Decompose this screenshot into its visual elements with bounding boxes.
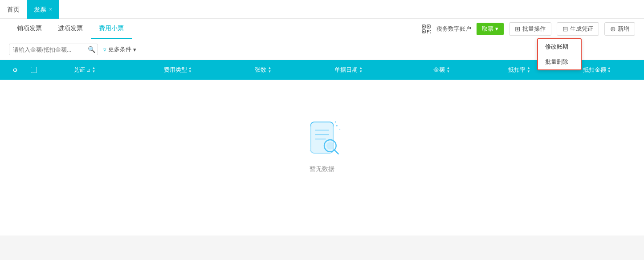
svg-rect-11 [427, 32, 428, 33]
generate-label: 生成凭证 [570, 25, 593, 33]
close-icon[interactable]: × [49, 0, 52, 19]
th-count[interactable]: 张数 ▲ ▼ [228, 66, 298, 74]
add-icon: ⊕ [610, 25, 616, 33]
qupiao-arrow-icon: ▾ [495, 25, 498, 32]
batch-icon: ⊞ [515, 25, 521, 33]
tab-expense-receipt[interactable]: 费用小票 [91, 19, 132, 39]
search-icon: 🔍 [88, 46, 95, 53]
svg-point-18 [326, 142, 334, 150]
svg-rect-7 [428, 30, 429, 31]
th-voucher[interactable]: 兑证 ⊿ ▲ ▼ [42, 66, 127, 74]
th-amount[interactable]: 金额 ▲ ▼ [399, 66, 485, 74]
dropdown-modify-period[interactable]: 修改账期 [538, 39, 581, 54]
svg-rect-12 [430, 32, 431, 33]
svg-rect-8 [427, 31, 428, 32]
sub-tabs-bar: 销项发票 进项发票 费用小票 [0, 19, 644, 39]
th-expense-type[interactable]: 费用类型 ▲ ▼ [127, 66, 228, 74]
more-filter-arrow-icon: ▾ [133, 46, 136, 53]
voucher-filter-icon: ⊿ [86, 67, 90, 73]
svg-rect-6 [427, 30, 428, 31]
sub-tabs-left: 销项发票 进项发票 费用小票 [9, 19, 132, 39]
deduct-sort[interactable]: ▲ ▼ [607, 66, 611, 73]
date-sort[interactable]: ▲ ▼ [359, 66, 363, 73]
search-input[interactable] [13, 46, 88, 53]
batch-dropdown-menu: 修改账期 批量删除 [537, 38, 582, 70]
generate-icon: ⊟ [562, 25, 568, 33]
more-filter-button[interactable]: ▿ 更多条件 ▾ [103, 45, 136, 53]
empty-state: 暂无数据 [0, 80, 644, 191]
rate-sort[interactable]: ▲ ▼ [527, 66, 530, 73]
batch-operation-button[interactable]: ⊞ 批量操作 [509, 22, 551, 36]
add-button[interactable]: ⊕ 新增 [604, 22, 635, 36]
svg-line-19 [334, 150, 338, 154]
voucher-sort[interactable]: ▲ ▼ [92, 66, 95, 73]
amount-sort[interactable]: ▲ ▼ [446, 66, 450, 73]
dropdown-batch-delete[interactable]: 批量删除 [538, 54, 581, 69]
more-filter-label: 更多条件 [108, 45, 131, 53]
generate-voucher-button[interactable]: ⊟ 生成凭证 [557, 22, 599, 36]
svg-rect-4 [428, 26, 429, 27]
top-nav: 首页 发票 × [0, 0, 644, 19]
empty-text: 暂无数据 [310, 165, 334, 173]
qupiao-label: 取票 [482, 25, 493, 33]
add-label: 新增 [618, 25, 629, 33]
tab-purchase-invoice[interactable]: 进项发票 [50, 19, 91, 39]
empty-illustration [300, 115, 344, 160]
nav-tab-invoice[interactable]: 发票 × [27, 0, 59, 19]
search-input-wrap[interactable]: 🔍 [9, 44, 98, 55]
filter-icon: ▿ [103, 46, 106, 53]
nav-home[interactable]: 首页 [0, 0, 27, 19]
nav-tab-invoice-label: 发票 [34, 0, 46, 19]
tax-account-button[interactable]: 税务数字账户 [436, 25, 471, 33]
svg-point-21 [339, 129, 341, 130]
select-all-checkbox[interactable] [31, 67, 37, 73]
svg-rect-3 [423, 26, 424, 27]
svg-rect-9 [428, 31, 429, 32]
th-date[interactable]: 单据日期 ▲ ▼ [298, 66, 399, 74]
svg-rect-5 [423, 31, 424, 32]
main-content: 暂无数据 [0, 80, 644, 236]
svg-point-20 [336, 125, 338, 126]
tab-sales-invoice[interactable]: 销项发票 [9, 19, 50, 39]
batch-label: 批量操作 [522, 25, 546, 33]
th-gear[interactable]: ⚙ [4, 67, 26, 73]
count-sort[interactable]: ▲ ▼ [268, 66, 271, 73]
th-checkbox[interactable] [26, 67, 42, 73]
exptype-sort[interactable]: ▲ ▼ [188, 66, 192, 73]
qupiao-button[interactable]: 取票 ▾ [477, 23, 504, 35]
sub-tabs-right: 税务数字账户 取票 ▾ ⊞ 批量操作 修改账期 批量删除 ⊟ 生成凭证 ⊕ 新增 [421, 22, 635, 36]
svg-rect-10 [430, 30, 431, 31]
svg-point-22 [335, 122, 336, 123]
qr-icon-button[interactable] [421, 24, 431, 34]
